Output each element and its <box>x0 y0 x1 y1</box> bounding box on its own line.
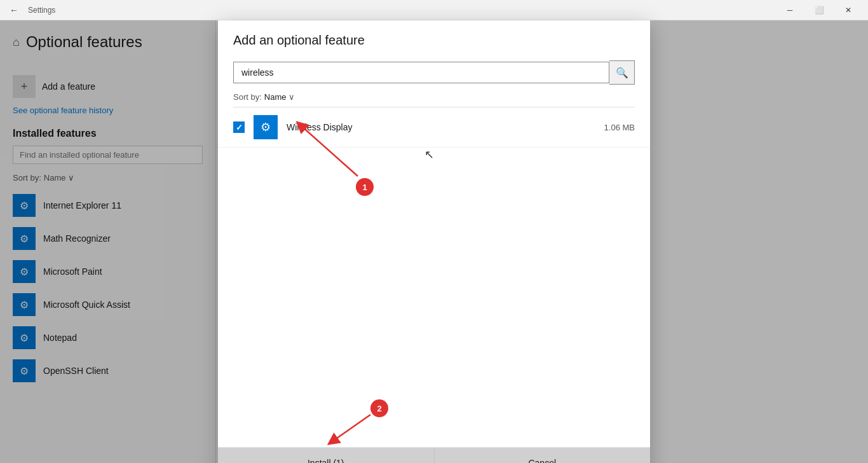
close-icon: ✕ <box>845 6 851 15</box>
feature-size: 1.06 MB <box>604 123 635 132</box>
chevron-down-icon: ∨ <box>288 92 295 102</box>
modal-overlay: Add an optional feature 🔍 Sort by: Name … <box>0 20 868 463</box>
feature-checkbox[interactable]: ✓ <box>233 121 245 133</box>
modal-title: Add an optional feature <box>233 33 365 48</box>
back-icon: ← <box>10 5 18 15</box>
gear-icon: ⚙ <box>261 120 271 134</box>
checkmark-icon: ✓ <box>236 123 243 132</box>
feature-name: Wireless Display <box>287 122 595 132</box>
cancel-button[interactable]: Cancel <box>435 448 651 463</box>
modal-footer: Install (1) Cancel <box>218 447 650 463</box>
titlebar: ← Settings ─ ⬜ ✕ <box>0 0 868 20</box>
install-button[interactable]: Install (1) <box>218 448 435 463</box>
maximize-icon: ⬜ <box>815 6 824 15</box>
cursor: ↖ <box>424 148 434 162</box>
modal-search-button[interactable]: 🔍 <box>609 60 635 85</box>
maximize-button[interactable]: ⬜ <box>804 0 834 20</box>
annotation-1: 1 <box>356 178 374 196</box>
modal-feature-item: ✓ ⚙ Wireless Display 1.06 MB <box>218 107 650 148</box>
modal-header: Add an optional feature <box>218 20 650 55</box>
modal-sort-row[interactable]: Sort by: Name ∨ <box>218 92 650 107</box>
modal-dialog: Add an optional feature 🔍 Sort by: Name … <box>218 20 650 463</box>
modal-feature-list: ✓ ⚙ Wireless Display 1.06 MB <box>218 107 650 447</box>
feature-icon: ⚙ <box>254 115 278 139</box>
modal-search-row: 🔍 <box>218 55 650 92</box>
annotation-2: 2 <box>370 399 388 417</box>
search-icon: 🔍 <box>616 67 628 79</box>
window-controls: ─ ⬜ ✕ <box>775 0 863 20</box>
back-button[interactable]: ← <box>5 1 23 19</box>
modal-search-input[interactable] <box>233 62 609 83</box>
sort-value[interactable]: Name <box>264 92 287 102</box>
minimize-icon: ─ <box>787 6 793 15</box>
close-button[interactable]: ✕ <box>834 0 863 20</box>
minimize-button[interactable]: ─ <box>775 0 804 20</box>
titlebar-title: Settings <box>28 6 55 15</box>
sort-prefix: Sort by: <box>233 92 262 102</box>
